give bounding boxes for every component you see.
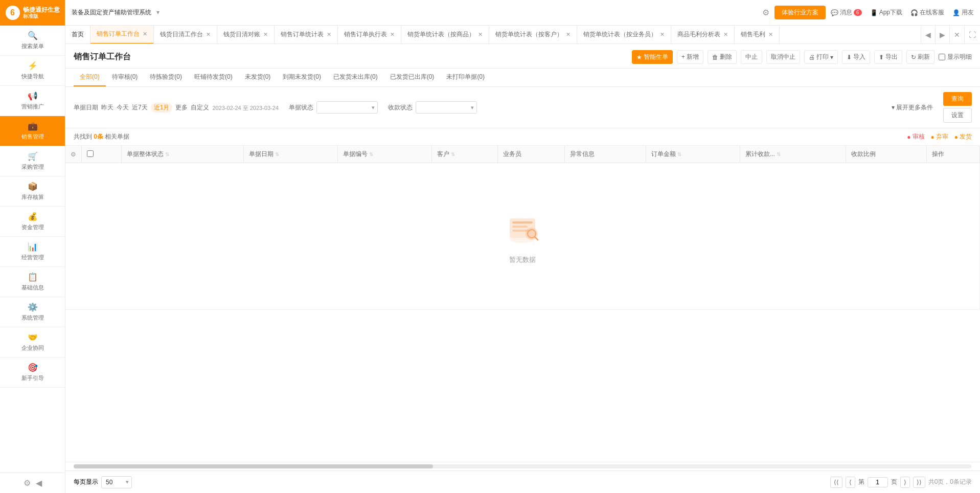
delete-button[interactable]: 🗑 删除 (708, 50, 737, 64)
tab-close-4[interactable]: ✕ (327, 31, 331, 38)
prev-page-button[interactable]: ⟨ (846, 477, 855, 488)
settings-gear-icon[interactable]: ⚙ (762, 8, 769, 17)
sort-customer-icon[interactable]: ⇅ (451, 151, 455, 157)
tab-close-all[interactable]: ✕ (949, 26, 964, 44)
import-button[interactable]: ⬇ 导入 (842, 50, 870, 64)
tab-0[interactable]: 首页 (65, 26, 90, 44)
filter-tab-7[interactable]: 已发货已出库(0) (384, 69, 441, 86)
sidebar-item-market[interactable]: 📢营销推广 (0, 86, 65, 116)
page-number-input[interactable] (868, 477, 888, 487)
filter-tab-6[interactable]: 已发货未出库(0) (327, 69, 384, 86)
setting-button[interactable]: 设置 (943, 108, 972, 123)
sidebar-item-system[interactable]: ⚙️系统管理 (0, 297, 65, 327)
col-collected-header: 累计收款... ⇅ (740, 146, 846, 163)
query-button[interactable]: 查询 (943, 92, 972, 106)
sidebar-item-sales[interactable]: 💼销售管理 (0, 116, 65, 146)
add-button[interactable]: + 新增 (677, 50, 703, 64)
payment-select-wrapper (416, 101, 477, 114)
export-button[interactable]: ⬆ 导出 (874, 50, 902, 64)
filter-tab-3[interactable]: 旺铺待发货(0) (188, 69, 239, 86)
dropdown-arrow-icon[interactable]: ▾ (156, 9, 159, 16)
logo: 6 畅捷通好生意 标准版 (0, 0, 65, 26)
tab-close-9[interactable]: ✕ (723, 31, 728, 38)
ship-button[interactable]: ● 发货 (954, 132, 972, 141)
tab-3[interactable]: 钱货日清对账✕ (217, 26, 275, 44)
tab-1[interactable]: 销售订单工作台✕ (90, 26, 154, 44)
industry-solution-button[interactable]: 体验行业方案 (774, 6, 826, 19)
date-shortcut-today[interactable]: 今天 (117, 103, 129, 112)
message-button[interactable]: 💬 消息 6 (831, 8, 862, 17)
date-shortcut-more[interactable]: 更多 (175, 103, 188, 112)
show-detail-checkbox[interactable]: 显示明细 (939, 53, 972, 61)
tab-close-10[interactable]: ✕ (768, 31, 773, 38)
sort-amount-icon[interactable]: ⇅ (677, 151, 681, 157)
refresh-button[interactable]: ↻ 刷新 (906, 50, 935, 64)
date-shortcut-yesterday[interactable]: 昨天 (101, 103, 113, 112)
expand-conditions-button[interactable]: ▾ 展开更多条件 (892, 103, 933, 112)
horizontal-scrollbar[interactable] (74, 464, 972, 468)
select-all-checkbox[interactable] (87, 150, 94, 157)
sidebar-item-purchase[interactable]: 🛒采购管理 (0, 146, 65, 176)
sidebar-item-manage[interactable]: 📊经营管理 (0, 237, 65, 267)
date-shortcut-1month[interactable]: 近1月 (151, 103, 173, 113)
first-page-button[interactable]: ⟨⟨ (830, 477, 842, 488)
tab-10[interactable]: 销售毛利✕ (735, 26, 780, 44)
per-page-select[interactable]: 50 100 (101, 476, 132, 488)
date-shortcut-custom[interactable]: 自定义 (191, 103, 209, 112)
date-shortcut-7days[interactable]: 近7天 (132, 103, 148, 112)
tab-close-7[interactable]: ✕ (566, 31, 571, 38)
tab-6[interactable]: 销货单统计表（按商品）✕ (401, 26, 489, 44)
audit-button[interactable]: ● 审核 (907, 132, 924, 141)
tab-2[interactable]: 钱货日清工作台✕ (154, 26, 217, 44)
last-page-button[interactable]: ⟩⟩ (913, 477, 925, 488)
settings-icon[interactable]: ⚙ (24, 478, 31, 488)
filter-tab-0[interactable]: 全部(0) (74, 69, 106, 86)
collapse-icon[interactable]: ◀ (36, 478, 42, 488)
tab-9[interactable]: 商品毛利分析表✕ (671, 26, 735, 44)
suspend-button[interactable]: 中止 (741, 50, 762, 64)
tab-nav-next[interactable]: ▶ (935, 26, 949, 44)
payment-select[interactable] (416, 101, 477, 114)
tab-close-2[interactable]: ✕ (206, 31, 211, 38)
tab-close-1[interactable]: ✕ (143, 31, 147, 37)
user-button[interactable]: 👤 用友 (952, 8, 974, 17)
sort-date-icon[interactable]: ⇅ (275, 151, 279, 157)
tab-close-6[interactable]: ✕ (478, 31, 483, 38)
print-button[interactable]: 🖨 打印 ▾ (804, 50, 838, 64)
tab-4[interactable]: 销售订单统计表✕ (275, 26, 338, 44)
stock-nav-icon: 📦 (28, 182, 38, 191)
sidebar-item-base[interactable]: 📋基础信息 (0, 267, 65, 297)
next-page-button[interactable]: ⟩ (900, 477, 910, 488)
sidebar-item-guide[interactable]: 🎯新手引导 (0, 357, 65, 388)
sidebar-item-collab[interactable]: 🤝企业协同 (0, 327, 65, 357)
smart-create-button[interactable]: ★ 智能生单 (632, 50, 673, 64)
tab-5[interactable]: 销售订单执行表✕ (338, 26, 401, 44)
column-settings-icon[interactable]: ⚙ (71, 151, 76, 158)
sort-number-icon[interactable]: ⇅ (369, 151, 373, 157)
sort-collected-icon[interactable]: ⇅ (777, 151, 781, 157)
filter-tab-1[interactable]: 待审核(0) (106, 69, 144, 86)
tab-7[interactable]: 销货单统计表（按客户）✕ (489, 26, 577, 44)
nav-nav-label: 快捷导航 (21, 73, 44, 80)
sidebar-item-nav[interactable]: ⚡快捷导航 (0, 56, 65, 86)
tab-fullscreen[interactable]: ⛶ (964, 26, 980, 44)
sidebar-item-search[interactable]: 🔍搜索菜单 (0, 26, 65, 56)
filter-tab-2[interactable]: 待拣验货(0) (144, 69, 188, 86)
tab-close-5[interactable]: ✕ (390, 31, 395, 38)
manage-nav-label: 经营管理 (21, 254, 44, 261)
tab-nav-prev[interactable]: ◀ (921, 26, 935, 44)
tab-8[interactable]: 销货单统计表（按业务员）✕ (577, 26, 671, 44)
tab-close-3[interactable]: ✕ (263, 31, 268, 38)
status-select[interactable] (316, 101, 378, 114)
tab-close-8[interactable]: ✕ (660, 31, 665, 38)
cancel-suspend-button[interactable]: 取消中止 (766, 50, 800, 64)
online-service-button[interactable]: 🎧 在线客服 (910, 8, 944, 17)
sidebar-item-finance[interactable]: 💰资金管理 (0, 207, 65, 237)
filter-tab-4[interactable]: 未发货(0) (239, 69, 277, 86)
sidebar-item-stock[interactable]: 📦库存核算 (0, 176, 65, 207)
filter-tab-8[interactable]: 未打印单据(0) (440, 69, 491, 86)
sort-status-icon[interactable]: ⇅ (165, 151, 169, 157)
app-download-button[interactable]: 📱 App下载 (870, 8, 902, 17)
filter-tab-5[interactable]: 到期未发货(0) (277, 69, 327, 86)
cancel-audit-button[interactable]: ● 弃审 (931, 132, 948, 141)
